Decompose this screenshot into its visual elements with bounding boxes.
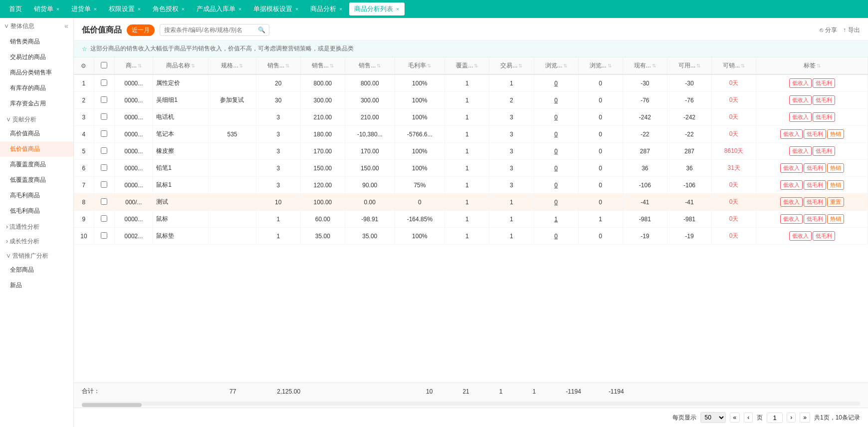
row-checkbox-cell[interactable] — [94, 211, 114, 228]
search-input[interactable] — [160, 24, 269, 36]
row-checkbox[interactable] — [101, 232, 107, 239]
row-name[interactable]: 测试 — [153, 194, 209, 211]
row-name[interactable]: 吴细细1 — [153, 92, 209, 109]
sidebar-item-stock-goods[interactable]: 有库存的商品 — [0, 80, 73, 96]
nav-sales[interactable]: 销货单 × — [29, 2, 64, 15]
row-browse1[interactable]: 0 — [534, 126, 578, 143]
browse1-value[interactable]: 0 — [554, 114, 558, 121]
row-checkbox-cell[interactable] — [94, 160, 114, 177]
browse1-value[interactable]: 0 — [554, 80, 558, 87]
sidebar-item-high-margin[interactable]: 高毛利商品 — [0, 188, 73, 203]
sidebar-item-all-goods[interactable]: 全部商品 — [0, 262, 73, 278]
filter-recent-month[interactable]: 近一月 — [127, 24, 155, 36]
row-checkbox[interactable] — [101, 113, 107, 120]
row-checkbox-cell[interactable] — [94, 143, 114, 160]
row-name[interactable]: 橡皮擦 — [153, 143, 209, 160]
row-checkbox-cell[interactable] — [94, 109, 114, 126]
row-checkbox[interactable] — [101, 181, 107, 188]
select-all-checkbox[interactable] — [101, 62, 107, 68]
browse1-value[interactable]: 0 — [554, 233, 558, 240]
nav-close-analysis-list[interactable]: × — [396, 6, 399, 12]
row-checkbox[interactable] — [101, 96, 107, 103]
sidebar-item-traded-goods[interactable]: 交易过的商品 — [0, 49, 73, 65]
row-browse1[interactable]: 1 — [534, 211, 578, 228]
sidebar-item-high-coverage[interactable]: 高覆盖度商品 — [0, 157, 73, 172]
row-checkbox[interactable] — [101, 164, 107, 171]
next-page-btn[interactable]: › — [787, 413, 796, 423]
sidebar-item-stock-capital[interactable]: 库存资金占用 — [0, 96, 73, 111]
row-browse1[interactable]: 0 — [534, 92, 578, 109]
sidebar-item-high-value[interactable]: 高价值商品 — [0, 126, 73, 141]
col-browse1[interactable]: 浏览...⇅ — [534, 57, 578, 74]
sidebar-collapse-btn[interactable]: « — [63, 21, 69, 31]
last-page-btn[interactable]: » — [800, 413, 810, 423]
row-checkbox[interactable] — [101, 79, 107, 86]
nav-role[interactable]: 角色授权 × — [148, 2, 190, 15]
per-page-select[interactable]: 50 20 100 — [700, 412, 726, 423]
row-browse1[interactable]: 0 — [534, 160, 578, 177]
col-sales1[interactable]: 销售...⇅ — [256, 57, 300, 74]
search-icon[interactable]: 🔍 — [258, 26, 265, 33]
nav-analysis-list[interactable]: 商品分析列表 × — [349, 2, 404, 15]
nav-close-analysis[interactable]: × — [339, 6, 342, 12]
row-checkbox-cell[interactable] — [94, 126, 114, 143]
export-button[interactable]: ↑ 导出 — [843, 26, 860, 34]
row-checkbox-cell[interactable] — [94, 92, 114, 109]
row-checkbox-cell[interactable] — [94, 194, 114, 211]
nav-purchase[interactable]: 进货单 × — [66, 2, 102, 15]
sidebar-item-sales-goods[interactable]: 销售类商品 — [0, 34, 73, 49]
col-margin[interactable]: 毛利率⇅ — [395, 57, 445, 74]
sidebar-group-circulation[interactable]: › 流通性分析 — [0, 219, 73, 233]
col-spec[interactable]: 规格...⇅ — [209, 57, 256, 74]
col-available[interactable]: 可用...⇅ — [667, 57, 711, 74]
row-checkbox[interactable] — [101, 198, 107, 205]
first-page-btn[interactable]: « — [730, 413, 740, 423]
col-sales3[interactable]: 销售...⇅ — [345, 57, 395, 74]
row-checkbox-cell[interactable] — [94, 74, 114, 92]
col-trade[interactable]: 交易...⇅ — [489, 57, 534, 74]
sidebar-item-low-margin[interactable]: 低毛利商品 — [0, 203, 73, 219]
sidebar-item-category-rate[interactable]: 商品分类销售率 — [0, 65, 73, 80]
nav-close-product[interactable]: × — [238, 6, 241, 12]
col-tags[interactable]: 标签⇅ — [756, 57, 868, 74]
row-browse1[interactable]: 0 — [534, 109, 578, 126]
browse1-value[interactable]: 0 — [554, 97, 558, 104]
row-browse1[interactable]: 0 — [534, 74, 578, 92]
row-checkbox-cell[interactable] — [94, 228, 114, 245]
sidebar-item-new-goods[interactable]: 新品 — [0, 278, 73, 293]
nav-analysis[interactable]: 商品分析 × — [305, 2, 347, 15]
row-checkbox[interactable] — [101, 147, 107, 154]
col-sales2[interactable]: 销售...⇅ — [300, 57, 345, 74]
browse1-value[interactable]: 0 — [554, 182, 558, 189]
nav-home[interactable]: 首页 — [4, 2, 27, 15]
col-code[interactable]: 商...⇅ — [114, 57, 153, 74]
row-browse1[interactable]: 0 — [534, 143, 578, 160]
col-current[interactable]: 现有...⇅ — [623, 57, 667, 74]
col-settings[interactable]: ⚙ — [74, 57, 94, 74]
nav-close-role[interactable]: × — [182, 6, 185, 12]
col-coverage[interactable]: 覆盖...⇅ — [445, 57, 489, 74]
col-browse2[interactable]: 浏览...⇅ — [578, 57, 623, 74]
row-browse1[interactable]: 0 — [534, 194, 578, 211]
horizontal-scrollbar[interactable] — [82, 402, 860, 406]
page-number-input[interactable] — [767, 413, 783, 423]
nav-close-template[interactable]: × — [295, 6, 298, 12]
row-name[interactable]: 电话机 — [153, 109, 209, 126]
row-name[interactable]: 鼠标1 — [153, 177, 209, 194]
nav-close-purchase[interactable]: × — [94, 6, 97, 12]
nav-close-sales[interactable]: × — [56, 6, 59, 12]
share-button[interactable]: ⎋ 分享 — [820, 26, 837, 34]
row-name[interactable]: 鼠标 — [153, 211, 209, 228]
row-name[interactable]: 笔记本 — [153, 126, 209, 143]
nav-permission[interactable]: 权限设置 × — [104, 2, 146, 15]
row-browse1[interactable]: 0 — [534, 228, 578, 245]
browse1-value[interactable]: 0 — [554, 199, 558, 206]
sidebar-group-growth[interactable]: › 成长性分析 — [0, 233, 73, 248]
row-name[interactable]: 铅笔1 — [153, 160, 209, 177]
browse1-value[interactable]: 0 — [554, 131, 558, 138]
row-checkbox-cell[interactable] — [94, 177, 114, 194]
sidebar-item-low-value[interactable]: 低价值商品 — [0, 141, 73, 157]
browse1-value[interactable]: 0 — [554, 148, 558, 155]
row-checkbox[interactable] — [101, 215, 107, 222]
browse1-value[interactable]: 0 — [554, 165, 558, 172]
